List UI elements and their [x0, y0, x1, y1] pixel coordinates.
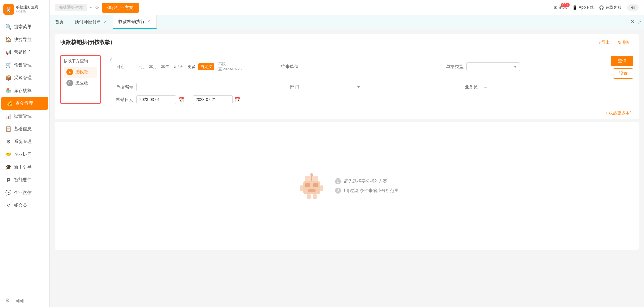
sidebar-item-finance[interactable]: 💰 资金管理 — [1, 97, 48, 110]
sidebar-item-hardware[interactable]: 🖥 智能硬件 — [0, 173, 49, 186]
empty-state: 1 请先选择要分析的方案 2 用[过滤]条件来缩小分析范围 — [55, 122, 639, 250]
collapse-sidebar-icon[interactable]: ◀◀ — [15, 297, 23, 304]
sidebar-item-marketing[interactable]: 📢 营销推广 — [0, 46, 49, 59]
purchase-icon: 📦 — [5, 75, 11, 81]
sidebar-item-purchase[interactable]: 📦 采购管理 — [0, 71, 49, 84]
online-service-button[interactable]: 🎧 在线客服 — [599, 5, 622, 10]
tabbar-expand-icon[interactable]: ⤢ — [637, 19, 641, 25]
empty-tips: 1 请先选择要分析的方案 2 用[过滤]条件来缩小分析范围 — [335, 178, 398, 194]
filter-option-by-receipt[interactable]: ¥ 按收款 — [64, 67, 97, 78]
tab-prepay[interactable]: 预付冲应付单 ✕ — [69, 15, 113, 29]
verify-date-start-input[interactable] — [136, 95, 176, 104]
date-this-month[interactable]: 本月 — [148, 63, 158, 70]
receipt-option-icon: ¥ — [66, 69, 73, 75]
sidebar-item-wechat-label: 企业微信 — [14, 190, 32, 196]
query-button[interactable]: 查询 — [611, 56, 633, 66]
service-label: 在线客服 — [605, 5, 622, 10]
svg-rect-3 — [308, 189, 316, 192]
partner-dots: ··· — [301, 63, 304, 70]
settings-bottom-icon[interactable]: ⚙ — [5, 297, 10, 304]
collapse-more-button[interactable]: 《 收起更多条件 — [55, 108, 639, 119]
date-more[interactable]: 更多 — [186, 63, 197, 70]
tabbar: 首页 预付冲应付单 ✕ 收款核销执行 ✕ ✕ ⤢ — [50, 15, 644, 29]
tab-prepay-close[interactable]: ✕ — [103, 19, 107, 25]
member-icon: V — [5, 202, 11, 208]
sidebar-item-enterprise[interactable]: 🤝 企业协同 — [0, 148, 49, 161]
tab-home-label: 首页 — [55, 19, 64, 25]
page-actions: ↑ 导出 ↻ 刷新 — [596, 38, 633, 47]
filter-collapse-toggle[interactable]: 《 — [107, 55, 112, 64]
sidebar-item-operations[interactable]: 📊 经营管理 — [0, 110, 49, 122]
svg-rect-1 — [305, 183, 310, 187]
verifydate-label: 核销日期 — [116, 97, 133, 103]
sidebar-item-sales[interactable]: 🛒 销售管理 — [0, 59, 49, 71]
app-icon: 📱 — [572, 5, 577, 10]
date-shortcuts: 上月 本月 本年 近7天 更多 自定义 — [136, 63, 214, 70]
sidebar-item-inventory[interactable]: 🏪 库存核算 — [0, 84, 49, 97]
sidebar-item-quicknav[interactable]: 🏠 快捷导航 — [0, 33, 49, 46]
sidebar-item-basicinfo[interactable]: 📋 基础信息 — [0, 122, 49, 135]
refresh-button[interactable]: ↻ 刷新 — [615, 38, 633, 47]
user-menu-button[interactable]: Rit — [627, 4, 639, 11]
page-title: 收款核销执行(按收款) — [60, 39, 112, 46]
filter-option-receivable-label: 按应收 — [75, 80, 88, 86]
topbar-gear-icon[interactable]: ⚙ — [95, 4, 99, 11]
tabbar-close-all-icon[interactable]: ✕ — [630, 19, 635, 25]
staff-label: 业务员 — [465, 84, 481, 90]
tab-verify[interactable]: 收款核销执行 ✕ — [113, 15, 157, 29]
filter-row-3: 核销日期 📅 — 📅 — [116, 95, 633, 104]
filter-settings-button[interactable]: 设置 — [613, 68, 633, 79]
app-label: App下载 — [579, 5, 594, 10]
page-content: 收款核销执行(按收款) ↑ 导出 ↻ 刷新 按以下方查询 ¥ — [50, 29, 644, 307]
home-icon: 🏠 — [5, 37, 11, 43]
logo-name: 畅捷通好生意 — [16, 5, 38, 9]
tabbar-actions: ✕ ⤢ — [628, 15, 644, 29]
verify-date-start-cal-icon[interactable]: 📅 — [178, 97, 184, 102]
dept-select[interactable] — [310, 83, 363, 91]
service-icon: 🎧 — [599, 5, 604, 10]
doctype-select[interactable] — [466, 62, 520, 71]
app-download-button[interactable]: 📱 App下载 — [572, 5, 594, 10]
sidebar-item-search[interactable]: 🔍 搜索菜单 — [0, 20, 49, 33]
filter-option-by-receivable[interactable]: ⏱ 按应收 — [64, 78, 97, 88]
svg-rect-5 — [320, 185, 323, 191]
sidebar-item-wechat[interactable]: 💬 企业微信 — [0, 186, 49, 199]
collapse-chevron-icon: 《 — [604, 110, 608, 116]
sidebar-item-member[interactable]: V 畅会员 — [0, 199, 49, 212]
sidebar-item-guide[interactable]: 🎓 新手引导 — [0, 161, 49, 173]
doctype-label: 单据类型 — [446, 64, 464, 70]
tab-home[interactable]: 首页 — [50, 15, 69, 29]
message-button[interactable]: ✉ 消息 99+ — [554, 5, 567, 10]
verify-date-end-input[interactable] — [193, 95, 233, 104]
svg-rect-0 — [303, 181, 320, 194]
sidebar-item-purchase-label: 采购管理 — [14, 75, 32, 81]
tab-verify-close[interactable]: ✕ — [147, 19, 151, 24]
sidebar-item-system[interactable]: ⚙ 系统管理 — [0, 135, 49, 148]
svg-rect-4 — [300, 185, 303, 191]
docno-input[interactable] — [136, 83, 203, 91]
topbar: 畅捷通好生意 ▾ ⚙ 体验行业方案 ✉ 消息 99+ 📱 App下载 🎧 在线客… — [50, 0, 644, 15]
sales-icon: 🛒 — [5, 62, 11, 68]
sidebar-item-system-label: 系统管理 — [14, 139, 32, 145]
date-custom[interactable]: 自定义 — [198, 63, 214, 70]
date-7days[interactable]: 近7天 — [172, 63, 185, 70]
date-this-year[interactable]: 本年 — [160, 63, 170, 70]
sidebar-logo: 🐰 畅捷通好生意 标准版 — [0, 0, 49, 19]
main-area: 畅捷通好生意 ▾ ⚙ 体验行业方案 ✉ 消息 99+ 📱 App下载 🎧 在线客… — [50, 0, 644, 307]
guide-icon: 🎓 — [5, 164, 11, 170]
svg-point-10 — [310, 173, 313, 176]
collapse-more-label: 收起更多条件 — [609, 110, 633, 116]
export-button[interactable]: ↑ 导出 — [596, 38, 612, 47]
filter-group-date: 日期 上月 本月 本年 近7天 更多 自定义 不限 至 — [116, 62, 276, 72]
solution-button[interactable]: 体验行业方案 — [102, 3, 139, 13]
docno-label: 单据编号 — [116, 84, 133, 90]
verify-date-end-cal-icon[interactable]: 📅 — [235, 97, 240, 102]
receivable-option-icon: ⏱ — [66, 80, 73, 86]
empty-tip-1-text: 请先选择要分析的方案 — [344, 178, 387, 184]
date-last-month[interactable]: 上月 — [136, 63, 146, 70]
topbar-dropdown-icon[interactable]: ▾ — [90, 5, 92, 10]
marketing-icon: 📢 — [5, 49, 11, 55]
hardware-icon: 🖥 — [5, 177, 11, 183]
filter-body: 按以下方查询 ¥ 按收款 ⏱ 按应收 《 — [55, 51, 639, 108]
filter-panel: 按以下方查询 ¥ 按收款 ⏱ 按应收 《 — [55, 51, 639, 119]
